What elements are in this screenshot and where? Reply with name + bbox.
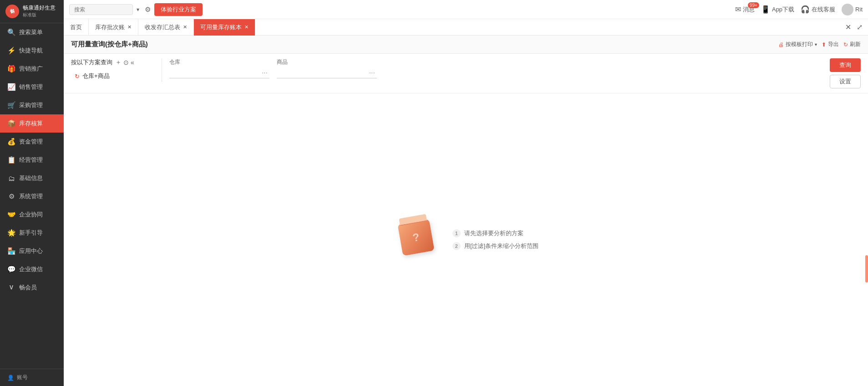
goods-picker-btn[interactable]: ···: [369, 69, 375, 77]
refresh-label: 刷新: [850, 41, 861, 48]
sidebar-user-name: 账号: [17, 374, 28, 381]
scheme-item-warehouse-goods[interactable]: ↻ 仓库+商品: [71, 70, 156, 82]
tab-batch[interactable]: 库存批次账 ✕: [89, 19, 138, 36]
sidebar-item-newbie[interactable]: 🌟 新手引导: [0, 224, 64, 242]
user-avatar: [842, 4, 853, 15]
tab-summary-close[interactable]: ✕: [183, 24, 187, 30]
appstore-icon: 🏪: [7, 247, 15, 255]
page-header-actions: 🖨 按模板打印 ▾ ⬆ 导出 ↻ 刷新: [778, 41, 861, 48]
print-btn[interactable]: 🖨 按模板打印 ▾: [778, 41, 817, 48]
query-scheme-panel: 按以下方案查询 ＋ ⊙ « ↻ 仓库+商品: [71, 58, 162, 82]
sidebar-item-finance[interactable]: 💰 资金管理: [0, 133, 64, 151]
tab-available-label: 可用量库存账本: [200, 23, 242, 31]
refresh-icon: ↻: [843, 41, 848, 48]
sidebar-item-search[interactable]: 🔍 搜索菜单: [0, 23, 64, 41]
tab-home-label: 首页: [70, 23, 82, 31]
app-download-btn[interactable]: 📱 App下载: [761, 5, 794, 14]
goods-input[interactable]: [279, 70, 367, 77]
sidebar-item-basic[interactable]: 🗂 基础信息: [0, 169, 64, 187]
user-profile-btn[interactable]: Rit: [842, 4, 863, 15]
sidebar-item-label: 系统管理: [19, 192, 43, 201]
printer-icon: 🖨: [778, 41, 784, 48]
add-scheme-btn[interactable]: ＋: [115, 58, 122, 67]
hint-num-1: 1: [452, 229, 461, 237]
scheme-actions: ＋ ⊙ «: [115, 58, 134, 67]
message-btn[interactable]: ✉ 消息 99+: [735, 5, 755, 14]
hint-item-1: 1 请先选择要分析的方案: [452, 229, 538, 237]
tab-batch-close[interactable]: ✕: [127, 24, 132, 30]
sidebar-item-member[interactable]: V 畅会员: [0, 278, 64, 297]
sidebar-item-label: 企业微信: [19, 265, 43, 273]
sidebar-nav: 🔍 搜索菜单 ⚡ 快捷导航 🎁 营销推广 📈 销售管理 🛒 采购管理 📦 库存核…: [0, 23, 64, 369]
print-label: 按模板打印: [786, 41, 813, 48]
print-dropdown-icon[interactable]: ▾: [815, 42, 817, 47]
topbar-gear-icon[interactable]: ⚙: [145, 5, 151, 14]
tab-summary[interactable]: 收发存汇总表 ✕: [138, 19, 194, 36]
scheme-item-icon: ↻: [75, 73, 80, 80]
goods-input-wrap: ···: [277, 68, 377, 78]
tab-close-all-btn[interactable]: ✕: [843, 21, 853, 33]
sidebar-item-appstore[interactable]: 🏪 应用中心: [0, 242, 64, 260]
query-fields: 仓库 ··· 商品 ···: [169, 58, 822, 78]
cooperation-icon: 🤝: [7, 211, 15, 219]
sidebar-item-label: 搜索菜单: [19, 28, 43, 36]
sidebar-item-system[interactable]: ⚙ 系统管理: [0, 187, 64, 206]
hint-text-2: 用[过滤]条件来缩小分析范围: [464, 242, 538, 250]
query-btn[interactable]: 查询: [830, 58, 861, 72]
empty-state: 1 请先选择要分析的方案 2 用[过滤]条件来缩小分析范围: [64, 93, 868, 386]
topbar: ▾ ⚙ 体验行业方案 ✉ 消息 99+ 📱 App下载 🎧 在线客服 Rit: [64, 0, 868, 19]
tab-available[interactable]: 可用量库存账本 ✕: [194, 19, 255, 36]
sidebar-item-quicknav[interactable]: ⚡ 快捷导航: [0, 41, 64, 60]
industry-btn[interactable]: 体验行业方案: [154, 3, 203, 16]
service-btn[interactable]: 🎧 在线客服: [801, 5, 835, 14]
phone-icon: 📱: [761, 5, 770, 14]
empty-hints: 1 请先选择要分析的方案 2 用[过滤]条件来缩小分析范围: [452, 229, 538, 250]
right-scrollbar-handle[interactable]: [865, 255, 868, 283]
query-scheme-label: 按以下方案查询: [71, 58, 112, 67]
export-btn[interactable]: ⬆ 导出: [822, 41, 839, 48]
tab-summary-label: 收发存汇总表: [145, 23, 180, 31]
tab-expand-btn[interactable]: ⤢: [855, 21, 864, 33]
sidebar-item-label: 资金管理: [19, 138, 43, 146]
sidebar: 畅 畅康通好生意 标准版 🔍 搜索菜单 ⚡ 快捷导航 🎁 营销推广 📈 销售管理…: [0, 0, 64, 386]
warehouse-picker-btn[interactable]: ···: [262, 69, 268, 77]
purchase-icon: 🛒: [7, 101, 15, 109]
sidebar-item-inventory[interactable]: 📦 库存核算: [0, 114, 64, 133]
tabs-actions: ✕ ⤢: [843, 21, 868, 33]
warehouse-input[interactable]: [171, 70, 260, 77]
hint-item-2: 2 用[过滤]条件来缩小分析范围: [452, 242, 538, 250]
marketing-icon: 🎁: [7, 65, 15, 73]
sidebar-item-label: 经营管理: [19, 156, 43, 164]
service-label: 在线客服: [812, 5, 835, 14]
settings-scheme-btn[interactable]: ⊙: [123, 58, 129, 67]
topbar-search-input[interactable]: [69, 4, 133, 15]
collapse-scheme-btn[interactable]: «: [131, 58, 134, 67]
warehouse-field-group: 仓库 ···: [169, 58, 269, 78]
tab-home[interactable]: 首页: [64, 19, 89, 36]
sidebar-item-cooperation[interactable]: 🤝 企业协同: [0, 206, 64, 224]
warehouse-input-wrap: ···: [169, 68, 269, 78]
sidebar-item-purchase[interactable]: 🛒 采购管理: [0, 96, 64, 114]
topbar-dropdown[interactable]: ▾: [137, 6, 139, 13]
sidebar-title: 畅康通好生意: [23, 5, 56, 12]
message-badge: 99+: [748, 2, 759, 8]
member-icon: V: [7, 284, 15, 291]
warehouse-label: 仓库: [169, 58, 269, 66]
sidebar-logo: 畅: [5, 5, 19, 18]
sidebar-item-marketing[interactable]: 🎁 营销推广: [0, 60, 64, 78]
wechat-icon: 💬: [7, 265, 15, 273]
refresh-btn[interactable]: ↻ 刷新: [843, 41, 861, 48]
headset-icon: 🎧: [801, 5, 810, 14]
tab-available-close[interactable]: ✕: [244, 24, 249, 30]
sidebar-item-sales[interactable]: 📈 销售管理: [0, 78, 64, 96]
sidebar-item-wechat[interactable]: 💬 企业微信: [0, 260, 64, 278]
sidebar-item-operation[interactable]: 📋 经营管理: [0, 151, 64, 169]
sidebar-footer: 👤 账号: [0, 369, 64, 386]
app-label: App下载: [772, 5, 794, 14]
user-name: Rit: [855, 6, 863, 13]
inventory-icon: 📦: [7, 119, 15, 128]
export-icon: ⬆: [822, 41, 826, 48]
newbie-icon: 🌟: [7, 229, 15, 237]
setting-btn[interactable]: 设置: [830, 75, 861, 88]
export-label: 导出: [828, 41, 839, 48]
